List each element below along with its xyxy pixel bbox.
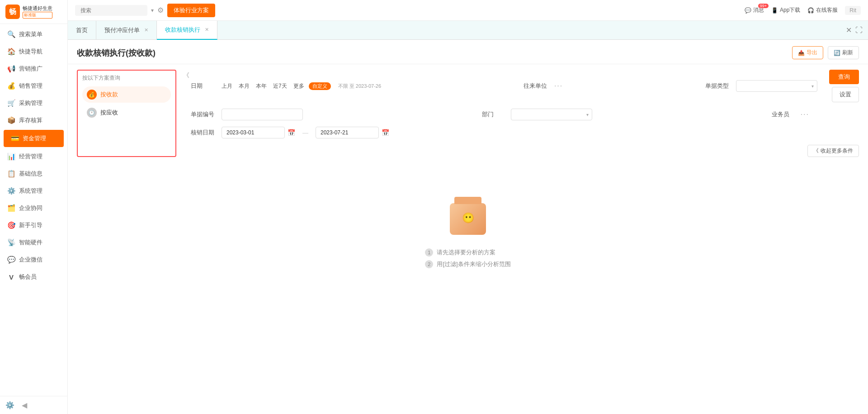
member-icon: V: [7, 273, 15, 281]
tab-collection-close[interactable]: ✕: [205, 27, 209, 33]
verify-date-end-wrap: 📅: [316, 127, 389, 138]
collapse-more-button[interactable]: 《 收起更多条件: [807, 145, 859, 157]
hardware-icon: 📡: [7, 238, 15, 247]
logo-text-block: 畅捷通好生意 标准版: [23, 5, 52, 18]
verify-date-end-calendar-icon[interactable]: 📅: [382, 129, 389, 136]
doc-number-input[interactable]: [222, 109, 303, 120]
filter-rows: 日期 上月 本月 本年 近7天 更多 自定义 不限: [191, 70, 859, 138]
sidebar-item-quick-nav[interactable]: 🏠 快捷导航: [0, 43, 67, 60]
sidebar-item-member[interactable]: V 畅会员: [0, 268, 67, 286]
salesperson-dots[interactable]: ···: [801, 110, 809, 119]
topbar-search-input[interactable]: [75, 5, 147, 16]
topbar-online-service[interactable]: 🎧 在线客服: [807, 6, 838, 14]
sidebar-item-label: 快捷导航: [19, 48, 42, 56]
empty-face-icon: 😶: [462, 212, 474, 224]
topbar-dropdown-icon[interactable]: ▾: [151, 7, 154, 14]
topbar-left: ▾ ⚙ 体验行业方案: [75, 4, 739, 17]
sidebar-item-enterprise[interactable]: 🗂️ 企业协同: [0, 200, 67, 217]
wechat-icon: 💬: [7, 256, 15, 264]
verify-date-separator: —: [302, 129, 308, 136]
sidebar-item-label: 系统管理: [19, 187, 42, 195]
collection-option-icon: 💰: [87, 90, 97, 100]
filter-collapse-button[interactable]: 《: [182, 70, 191, 157]
sidebar-logo: 畅 畅捷通好生意 标准版: [0, 0, 67, 24]
tab-expand-icon[interactable]: ⛶: [855, 26, 863, 34]
topbar-message-button[interactable]: 💬 消息 99+: [745, 6, 764, 14]
tab-prepaid-close[interactable]: ✕: [144, 27, 148, 33]
empty-illustration: 😶: [445, 199, 491, 239]
topbar-app-download[interactable]: 📱 App下载: [771, 6, 800, 14]
sidebar-item-inventory[interactable]: 📦 库存核算: [0, 112, 67, 129]
tab-close-all-icon[interactable]: ✕: [846, 26, 852, 34]
verify-date-end-input[interactable]: [316, 127, 379, 138]
sidebar-item-wechat[interactable]: 💬 企业微信: [0, 251, 67, 268]
setting-button[interactable]: 设置: [832, 87, 859, 102]
sidebar-item-label: 畅会员: [19, 273, 37, 281]
date-btn-more[interactable]: 更多: [292, 81, 306, 91]
tab-collection-label: 收款核销执行: [165, 26, 200, 34]
export-label: 导出: [807, 49, 817, 57]
filter-row-2: 单据编号 部门 ▾ 业务员: [191, 109, 859, 120]
tab-prepaid[interactable]: 预付冲应付单 ✕: [96, 21, 157, 40]
sidebar-item-purchase[interactable]: 🛒 采购管理: [0, 95, 67, 112]
verify-date-start-input[interactable]: [222, 127, 285, 138]
app-tag: 标准版: [23, 12, 52, 19]
department-select[interactable]: [511, 109, 592, 120]
date-btn-7days[interactable]: 近7天: [271, 81, 289, 91]
empty-tip-2: 2 用[过滤]条件来缩小分析范围: [425, 260, 510, 268]
filter-row-3: 核销日期 📅 — 📅: [191, 127, 859, 138]
date-quick-buttons: 上月 本月 本年 近7天 更多 自定义: [220, 81, 331, 91]
tab-collection[interactable]: 收款核销执行 ✕: [157, 21, 217, 40]
sidebar-menu: 🔍 搜索菜单 🏠 快捷导航 📢 营销推广 💰 销售管理 🛒 采购管理 📦 库存核…: [0, 24, 67, 396]
sidebar-item-operations[interactable]: 📊 经营管理: [0, 148, 67, 165]
enterprise-icon: 🗂️: [7, 204, 15, 212]
business-unit-dots[interactable]: ···: [554, 82, 563, 90]
sidebar-item-guide[interactable]: 🎯 新手引导: [0, 217, 67, 234]
sidebar-item-sales[interactable]: 💰 销售管理: [0, 77, 67, 95]
verify-date-start-calendar-icon[interactable]: 📅: [288, 129, 295, 136]
topbar-user-info[interactable]: Rit: [845, 6, 861, 15]
sidebar-item-label: 新手引导: [19, 221, 42, 229]
sidebar-item-system[interactable]: ⚙️ 系统管理: [0, 182, 67, 200]
doc-type-select[interactable]: [736, 80, 817, 92]
department-select-wrap: ▾: [511, 109, 592, 120]
business-unit-label: 往来单位: [524, 82, 547, 90]
message-badge: 99+: [758, 4, 769, 8]
export-icon: 📤: [798, 50, 805, 56]
sidebar-item-label: 基础信息: [19, 170, 42, 178]
date-custom-badge[interactable]: 自定义: [309, 82, 331, 90]
empty-tip-2-text: 用[过滤]条件来缩小分析范围: [437, 260, 510, 268]
date-btn-this-month[interactable]: 本月: [237, 81, 251, 91]
query-button[interactable]: 查询: [829, 70, 859, 84]
sidebar-item-label: 智能硬件: [19, 238, 42, 247]
page-actions: 📤 导出 🔄 刷新: [792, 46, 859, 59]
sidebar-item-finance[interactable]: 💳 资金管理: [4, 130, 64, 147]
filter-option-by-collection[interactable]: 💰 按收款: [82, 86, 171, 103]
app-label: App下载: [780, 6, 800, 14]
date-btn-this-year[interactable]: 本年: [254, 81, 269, 91]
export-button[interactable]: 📤 导出: [792, 46, 823, 59]
collapse-sidebar-icon[interactable]: ◀: [22, 401, 27, 409]
sidebar-item-hardware[interactable]: 📡 智能硬件: [0, 234, 67, 251]
filter-option-by-receivable[interactable]: 🕐 按应收: [82, 105, 171, 121]
settings-bottom-icon[interactable]: ⚙️: [5, 401, 14, 409]
verify-date-start-wrap: 📅: [222, 127, 295, 138]
sidebar-item-basic-info[interactable]: 📋 基础信息: [0, 165, 67, 182]
date-btn-last-month[interactable]: 上月: [220, 81, 234, 91]
sidebar-item-label: 库存核算: [19, 116, 42, 124]
page-header: 收款核销执行(按收款) 📤 导出 🔄 刷新: [68, 40, 868, 64]
service-label: 在线客服: [816, 6, 838, 14]
tab-home[interactable]: 首页: [68, 21, 96, 40]
marketing-icon: 📢: [7, 65, 15, 73]
sidebar-item-search-menu[interactable]: 🔍 搜索菜单: [0, 26, 67, 43]
app-name: 畅捷通好生意: [23, 5, 52, 11]
app-logo-icon: 畅: [5, 5, 20, 19]
sidebar-item-label: 经营管理: [19, 152, 42, 161]
topbar-gear-icon[interactable]: ⚙: [157, 6, 164, 14]
filter-left-panel: 按以下方案查询 💰 按收款 🕐 按应收: [77, 70, 176, 157]
industry-solution-button[interactable]: 体验行业方案: [167, 4, 215, 17]
refresh-button[interactable]: 🔄 刷新: [828, 46, 859, 59]
sidebar-item-marketing[interactable]: 📢 营销推广: [0, 60, 67, 77]
sidebar: 畅 畅捷通好生意 标准版 🔍 搜索菜单 🏠 快捷导航 📢 营销推广 💰 销售管理…: [0, 0, 68, 414]
department-label: 部门: [482, 110, 504, 119]
